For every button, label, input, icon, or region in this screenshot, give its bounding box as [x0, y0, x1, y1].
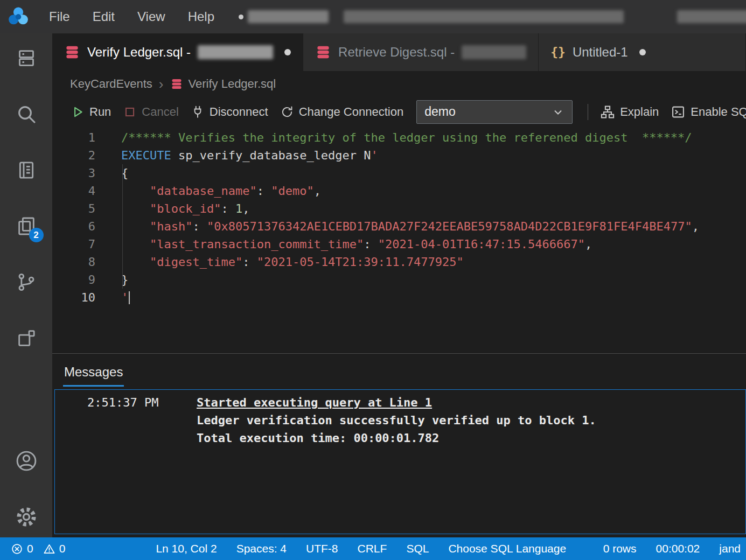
window-title-redacted-suffix: [677, 10, 746, 23]
code-line-8[interactable]: "digest_time": "2021-05-14T21:39:11.7477…: [121, 253, 746, 271]
database-icon: [64, 44, 80, 60]
code-editor[interactable]: 12345678910 /****** Verifies the integri…: [52, 127, 746, 353]
tab-verify-ledger[interactable]: Verify Ledger.sql -: [52, 33, 303, 71]
message-link[interactable]: Started executing query at Line 1: [197, 394, 432, 411]
language-status[interactable]: SQL: [406, 542, 429, 555]
search-icon: [16, 103, 37, 125]
disconnect-label: Disconnect: [210, 105, 268, 119]
editor-tabs: Verify Ledger.sql - Retrieve Digest.sql …: [52, 33, 746, 71]
message-text: Ledger verification successfully verifie…: [197, 411, 596, 429]
warnings-icon[interactable]: [43, 543, 55, 555]
editor-gutter: 12345678910: [52, 129, 121, 353]
azure-data-studio-window: File Edit View Help: [0, 0, 746, 560]
line-number: 3: [52, 164, 95, 182]
explain-plan-icon: [600, 104, 615, 120]
query-toolbar: Run Cancel Disco: [52, 96, 746, 127]
breadcrumb-file[interactable]: Verify Ledger.sql: [189, 77, 276, 91]
messages-rows: 2:51:37 PMStarted executing query at Lin…: [55, 394, 745, 447]
breadcrumb-folder[interactable]: KeyCardEvents: [70, 77, 152, 91]
database-dropdown[interactable]: demo: [416, 100, 573, 124]
message-row: 2:51:37 PMStarted executing query at Lin…: [55, 394, 745, 411]
window-title-redacted-filename: [248, 10, 329, 23]
activity-bar: 2: [0, 33, 52, 537]
status-bar: 0 0 Ln 10, Col 2 Spaces: 4 UTF-8 CRLF SQ…: [0, 537, 746, 560]
run-label: Run: [89, 105, 111, 119]
database-dropdown-value: demo: [424, 104, 456, 119]
chevron-right-icon: ›: [159, 77, 164, 91]
warnings-count[interactable]: 0: [59, 542, 66, 555]
change-connection-icon: [280, 105, 294, 119]
tab-modified-dot[interactable]: [284, 49, 291, 55]
activitybar-item-account[interactable]: [13, 448, 39, 474]
panel-header: Messages: [52, 354, 746, 388]
app-logo-icon: [6, 5, 30, 29]
line-number: 10: [52, 289, 95, 306]
enable-sqlcmd-icon: [671, 104, 686, 120]
menu-edit[interactable]: Edit: [81, 9, 126, 24]
enable-sqlcmd-button[interactable]: Enable SQLCMD: [667, 104, 746, 120]
message-timestamp: [55, 429, 197, 447]
tab-retrieve-digest[interactable]: Retrieve Digest.sql -: [303, 33, 539, 71]
change-connection-button[interactable]: Change Connection: [277, 105, 407, 119]
window-modified-dot: [239, 15, 243, 19]
code-line-2[interactable]: EXECUTE sp_verify_database_ledger N': [121, 146, 746, 164]
connections-icon: [16, 47, 37, 69]
message-timestamp: 2:51:37 PM: [55, 394, 197, 411]
code-line-10[interactable]: ': [121, 289, 746, 306]
tab-modified-dot[interactable]: [639, 49, 646, 55]
encoding-status[interactable]: UTF-8: [306, 542, 338, 555]
row-count-status: 0 rows: [603, 542, 637, 555]
line-number: 4: [52, 182, 95, 200]
titlebar: File Edit View Help: [0, 0, 746, 33]
cursor-position[interactable]: Ln 10, Col 2: [156, 542, 217, 555]
tab-untitled-1[interactable]: {} Untitled-1: [539, 33, 746, 71]
disconnect-plug-icon: [191, 105, 205, 119]
code-line-5[interactable]: "block_id": 1,: [121, 200, 746, 218]
activitybar-item-search[interactable]: [13, 101, 39, 127]
notebook-icon: [16, 159, 37, 181]
account-icon: [15, 449, 38, 473]
execution-time-status: 00:00:02: [656, 542, 700, 555]
activitybar-item-explorer[interactable]: 2: [13, 213, 39, 239]
language-mode-selector[interactable]: Choose SQL Language: [448, 542, 566, 555]
errors-count[interactable]: 0: [27, 542, 33, 555]
activitybar-item-extensions[interactable]: [13, 325, 39, 351]
cancel-stop-icon: [123, 105, 137, 119]
indent-guide: [122, 164, 123, 289]
tab-redacted-server: [198, 45, 273, 59]
menu-file[interactable]: File: [38, 9, 81, 24]
activitybar-item-source-control[interactable]: [13, 269, 39, 295]
change-connection-label: Change Connection: [299, 105, 403, 119]
chevron-down-icon: [552, 106, 564, 118]
run-button[interactable]: Run: [67, 105, 114, 119]
tab-messages[interactable]: Messages: [63, 356, 124, 387]
activitybar-item-notebooks[interactable]: [13, 157, 39, 183]
explain-button[interactable]: Explain: [597, 104, 662, 120]
code-line-7[interactable]: "last_transaction_commit_time": "2021-04…: [121, 235, 746, 253]
message-row: Ledger verification successfully verifie…: [55, 411, 745, 429]
connected-user-status[interactable]: jand: [719, 542, 741, 555]
messages-output[interactable]: 2:51:37 PMStarted executing query at Lin…: [54, 389, 746, 534]
code-line-9[interactable]: }: [121, 271, 746, 289]
activitybar-item-connections[interactable]: [13, 45, 39, 71]
line-number: 6: [52, 218, 95, 235]
menu-view[interactable]: View: [126, 9, 177, 24]
code-line-3[interactable]: {: [121, 164, 746, 182]
tab-label: Retrieve Digest.sql -: [338, 45, 455, 60]
cancel-label: Cancel: [142, 105, 178, 119]
code-line-1[interactable]: /****** Verifies the integrity of the le…: [121, 129, 746, 146]
menu-help[interactable]: Help: [177, 9, 226, 24]
code-line-6[interactable]: "hash": "0x80571376342AE1CEBD17BADA27F24…: [121, 218, 746, 235]
activitybar-item-settings[interactable]: [13, 504, 39, 530]
message-timestamp: [55, 411, 197, 429]
tab-label: Untitled-1: [573, 45, 628, 60]
code-line-4[interactable]: "database_name": "demo",: [121, 182, 746, 200]
database-icon: [170, 78, 183, 90]
errors-icon[interactable]: [11, 543, 23, 555]
eol-status[interactable]: CRLF: [358, 542, 387, 555]
results-panel: Messages 2:51:37 PMStarted executing que…: [52, 353, 746, 537]
editor-code[interactable]: /****** Verifies the integrity of the le…: [121, 129, 746, 353]
run-play-icon: [71, 105, 85, 119]
disconnect-button[interactable]: Disconnect: [187, 105, 271, 119]
indentation-status[interactable]: Spaces: 4: [236, 542, 287, 555]
